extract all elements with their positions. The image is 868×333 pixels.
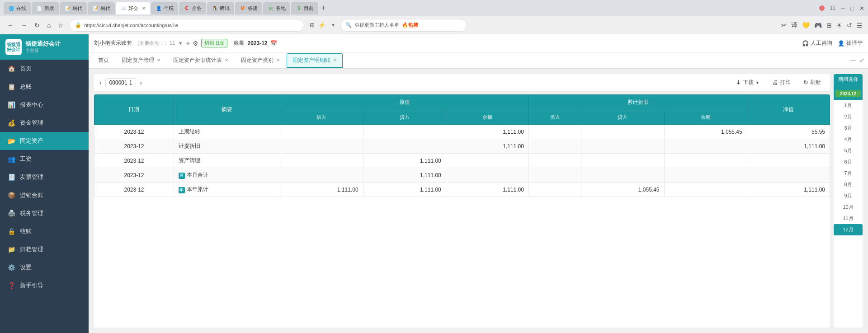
- grid-icon[interactable]: ⊞: [826, 22, 832, 29]
- period-month-3[interactable]: 3月: [834, 122, 863, 134]
- print-button[interactable]: 🖨 打印: [769, 77, 794, 88]
- cell-dep-balance-2: [664, 139, 747, 154]
- cell-orig-balance-5: 1,111.00: [446, 183, 528, 197]
- col-original-value: 原值: [280, 95, 529, 110]
- translate-icon[interactable]: 译: [791, 21, 797, 29]
- sidebar-item-guide[interactable]: ❓ 新手引导: [0, 277, 89, 295]
- account-hint: （勿删勿动！）11: [135, 40, 175, 47]
- close-tab-assets-mgr-icon[interactable]: ✕: [157, 58, 160, 63]
- close-tab-category-icon[interactable]: ✕: [276, 58, 280, 63]
- browser-tab-11[interactable]: S 目前: [291, 2, 318, 14]
- browser-tab-5[interactable]: ☁️ 好会 ✕: [116, 2, 150, 14]
- browser-tabs: 🌐 在线 📄 新版 📝 易代 📝 易代 ☁️ 好会 ✕: [4, 0, 814, 16]
- period-month-2[interactable]: 2月: [834, 111, 863, 122]
- app-name: 畅捷通好会计: [25, 40, 61, 48]
- browser-tab-6[interactable]: 👤 个税: [151, 2, 178, 14]
- close-tab-depreciation-icon[interactable]: ✕: [225, 58, 228, 63]
- scissors-icon[interactable]: ✂: [781, 22, 787, 29]
- sidebar-item-invoice[interactable]: 🧾 发票管理: [0, 168, 89, 186]
- home-button[interactable]: ⌂: [45, 21, 52, 30]
- settings-header-icon[interactable]: ⚙: [193, 40, 198, 47]
- browser-tab-8[interactable]: 🐧 腾讯: [207, 2, 234, 14]
- sidebar-item-payroll[interactable]: 👥 工资: [0, 150, 89, 168]
- browser-tab-label-11: 目前: [304, 5, 314, 12]
- address-text: https://cloud.chanjet.com/accounting/uw1…: [84, 23, 178, 28]
- menu-icon[interactable]: ☰: [857, 22, 863, 29]
- tab-assets-mgr[interactable]: 固定资产管理 ✕: [116, 53, 166, 68]
- download-button[interactable]: ⬇ 下载 ▼: [732, 77, 763, 88]
- tab-home[interactable]: 首页: [92, 53, 115, 68]
- new-tab-button[interactable]: +: [319, 4, 328, 13]
- browser-tab-4[interactable]: 📝 易代: [88, 2, 115, 14]
- browser-tab-3[interactable]: 📝 易代: [60, 2, 87, 14]
- period-month-12[interactable]: 12月: [834, 224, 863, 235]
- theme-icon[interactable]: ☀: [836, 22, 842, 29]
- sidebar-item-funds[interactable]: 💰 资金管理: [0, 114, 89, 132]
- refresh-button[interactable]: ↻ 刷新: [800, 77, 825, 88]
- cell-dep-debit-5: [528, 183, 581, 197]
- user-button[interactable]: 👤 徐译华: [838, 39, 863, 47]
- lightning-icon[interactable]: ⚡: [318, 22, 326, 28]
- period-month-1[interactable]: 1月: [834, 100, 863, 111]
- expand-tab-icon[interactable]: ⤢: [859, 57, 864, 64]
- bookmark-button[interactable]: ☆: [56, 21, 66, 30]
- col-orig-credit: 贷方: [363, 110, 446, 125]
- address-input[interactable]: 🔒 https://cloud.chanjet.com/accounting/u…: [69, 19, 304, 32]
- maximize-button[interactable]: □: [850, 5, 854, 12]
- browser-tab-9[interactable]: M 畅捷: [235, 2, 262, 14]
- site-info-icon[interactable]: ⊞: [310, 22, 315, 28]
- forward-button[interactable]: →: [19, 21, 29, 30]
- period-month-10[interactable]: 10月: [834, 202, 863, 213]
- cell-summary-4: 月本月合计: [174, 168, 280, 183]
- sidebar-item-archive[interactable]: 📁 归档管理: [0, 240, 89, 258]
- window-controls: 11 ─ □ ✕: [819, 5, 864, 12]
- history-icon[interactable]: ↺: [847, 22, 852, 29]
- period-month-6[interactable]: 6月: [834, 156, 863, 168]
- sidebar-item-inventory[interactable]: 📦 进销台账: [0, 186, 89, 204]
- calendar-icon[interactable]: 📅: [270, 40, 277, 47]
- reload-button[interactable]: ↻: [33, 21, 42, 30]
- col-summary: 摘要: [174, 95, 280, 125]
- period-month-8[interactable]: 8月: [834, 179, 863, 190]
- address-dropdown-button[interactable]: ▼: [329, 22, 337, 28]
- sidebar-item-settings[interactable]: ⚙️ 设置: [0, 258, 89, 277]
- account-dropdown-icon[interactable]: ▼: [178, 40, 183, 47]
- period-month-7[interactable]: 7月: [834, 168, 863, 179]
- sidebar-item-ledger[interactable]: 📋 总账: [0, 78, 89, 96]
- browser-tab-1[interactable]: 🌐 在线: [4, 2, 31, 14]
- close-tab-detail-icon[interactable]: ✕: [333, 58, 337, 63]
- close-tab-5-icon[interactable]: ✕: [142, 6, 146, 11]
- cell-net-5: 1,111.00: [747, 183, 830, 197]
- col-orig-balance: 余额: [446, 110, 528, 125]
- sidebar-item-reports[interactable]: 📊 报表中心: [0, 96, 89, 114]
- tab-depreciation[interactable]: 固定资产折旧统计表 ✕: [167, 53, 234, 68]
- tab-category[interactable]: 固定资产类别 ✕: [235, 53, 286, 68]
- cell-dep-balance-1: 1,055.45: [664, 125, 747, 139]
- support-button[interactable]: 🎧 人工咨询: [802, 39, 832, 47]
- add-account-button[interactable]: +: [186, 39, 190, 47]
- content-area: ‹ 000001 1 › ⬇ 下载 ▼ 🖨 打: [89, 69, 868, 333]
- back-button[interactable]: ←: [5, 21, 15, 30]
- wallet-icon[interactable]: 💛: [802, 22, 810, 29]
- close-button[interactable]: ✕: [859, 5, 864, 12]
- period-month-5[interactable]: 5月: [834, 145, 863, 156]
- sidebar-item-home[interactable]: 🏠 首页: [0, 60, 89, 78]
- sidebar-item-tax[interactable]: 🖨️ 税务管理: [0, 204, 89, 222]
- prev-page-button[interactable]: ‹: [99, 79, 102, 86]
- gamepad-icon[interactable]: 🎮: [814, 22, 822, 29]
- switch-version-button[interactable]: 切到旧版: [201, 39, 227, 47]
- period-month-11[interactable]: 11月: [834, 213, 863, 224]
- minimize-button[interactable]: ─: [841, 5, 845, 12]
- browser-tab-7[interactable]: C 企业: [179, 2, 206, 14]
- browser-tab-10[interactable]: ⊞ 各地: [263, 2, 290, 14]
- sidebar-item-closing[interactable]: 🔒 结账: [0, 222, 89, 240]
- minimize-tab-icon[interactable]: —: [850, 57, 856, 64]
- next-page-button[interactable]: ›: [140, 79, 142, 86]
- tab-detail[interactable]: 固定资产明细账 ✕: [287, 53, 343, 68]
- sidebar-item-assets[interactable]: 📂 固定资产: [0, 132, 89, 150]
- period-month-4[interactable]: 4月: [834, 134, 863, 145]
- search-bar[interactable]: 🔍 央视更新主持人名单 🔥热搜: [340, 19, 467, 32]
- browser-tab-2[interactable]: 📄 新版: [32, 2, 59, 14]
- period-month-9[interactable]: 9月: [834, 190, 863, 202]
- cell-dep-credit-3: [581, 154, 664, 168]
